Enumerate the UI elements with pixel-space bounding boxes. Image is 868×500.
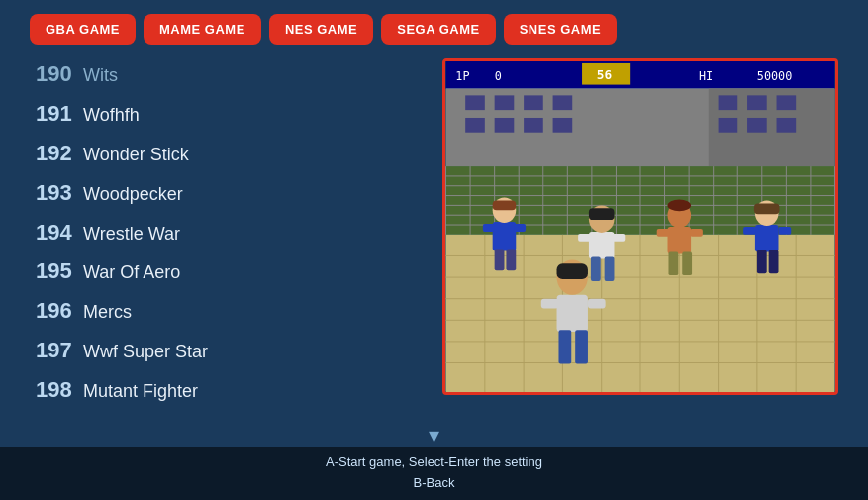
svg-rect-71 <box>493 200 517 210</box>
game-name: Mercs <box>83 299 132 325</box>
svg-rect-98 <box>588 299 606 309</box>
nav-btn-snes-game[interactable]: SNES GAME <box>504 14 618 45</box>
game-list: 190Wits191Wofhfh192Wonder Stick193Woodpe… <box>30 54 423 421</box>
svg-rect-74 <box>591 256 601 281</box>
svg-rect-69 <box>483 224 495 232</box>
game-number: 199 <box>36 414 83 421</box>
svg-text:0: 0 <box>495 69 502 83</box>
svg-rect-83 <box>657 229 670 237</box>
svg-rect-12 <box>524 95 543 110</box>
svg-rect-88 <box>757 250 767 274</box>
svg-rect-65 <box>493 222 517 250</box>
svg-rect-99 <box>557 263 588 279</box>
game-item[interactable]: 190Wits <box>30 54 423 94</box>
main-content: 190Wits191Wofhfh192Wonder Stick193Woodpe… <box>0 54 868 421</box>
game-number: 198 <box>36 374 83 406</box>
svg-text:56: 56 <box>597 67 612 82</box>
svg-rect-97 <box>541 299 559 309</box>
scroll-down-indicator: ▾ <box>0 423 868 449</box>
svg-rect-84 <box>690 229 703 237</box>
game-number: 193 <box>36 177 83 209</box>
svg-rect-82 <box>682 252 692 276</box>
svg-rect-13 <box>553 95 573 110</box>
game-item[interactable]: 198Mutant Fighter <box>30 370 423 410</box>
top-nav: GBA GAMEMAME GAMENES GAMESEGA GAMESNES G… <box>0 0 868 54</box>
nav-btn-gba-game[interactable]: GBA GAME <box>30 14 136 45</box>
svg-rect-22 <box>719 118 738 133</box>
svg-rect-92 <box>754 203 780 214</box>
svg-text:50000: 50000 <box>757 69 792 83</box>
game-name: W Wrestle Fest <box>83 418 205 421</box>
svg-rect-78 <box>589 208 615 220</box>
nav-btn-mame-game[interactable]: MAME GAME <box>144 14 261 45</box>
game-number: 190 <box>36 58 83 90</box>
svg-rect-67 <box>495 250 505 271</box>
svg-rect-14 <box>465 118 485 133</box>
svg-rect-77 <box>613 234 626 242</box>
svg-rect-19 <box>719 95 738 110</box>
game-item[interactable]: 195War Of Aero <box>30 251 423 291</box>
svg-text:HI: HI <box>699 69 713 83</box>
svg-rect-75 <box>605 256 615 281</box>
game-name: Wrestle War <box>83 221 180 247</box>
game-item[interactable]: 196Mercs <box>30 291 423 331</box>
svg-text:1P: 1P <box>455 69 469 83</box>
svg-rect-10 <box>465 95 485 110</box>
svg-rect-93 <box>557 295 588 332</box>
svg-rect-11 <box>495 95 515 110</box>
svg-rect-21 <box>777 95 797 110</box>
svg-rect-95 <box>558 330 571 363</box>
nav-btn-nes-game[interactable]: NES GAME <box>269 14 373 45</box>
nav-btn-sega-game[interactable]: SEGA GAME <box>381 14 495 45</box>
svg-rect-24 <box>777 118 797 133</box>
svg-rect-76 <box>578 234 591 242</box>
svg-rect-17 <box>553 118 573 133</box>
game-item[interactable]: 194Wrestle War <box>30 213 423 252</box>
bottom-bar: A-Start game, Select-Enter the setting B… <box>0 447 868 500</box>
svg-rect-68 <box>506 250 516 271</box>
game-item[interactable]: 199W Wrestle Fest <box>30 410 423 421</box>
svg-rect-96 <box>575 330 588 363</box>
svg-rect-20 <box>747 95 767 110</box>
svg-rect-72 <box>589 232 615 259</box>
svg-rect-16 <box>524 118 543 133</box>
svg-rect-15 <box>495 118 515 133</box>
svg-rect-23 <box>747 118 767 133</box>
game-number: 192 <box>36 138 83 169</box>
svg-rect-79 <box>668 227 692 254</box>
game-item[interactable]: 191Wofhfh <box>30 94 423 134</box>
svg-rect-70 <box>514 224 526 232</box>
svg-rect-89 <box>769 250 779 274</box>
game-number: 194 <box>36 217 83 249</box>
game-item[interactable]: 197Wwf Super Star <box>30 331 423 370</box>
game-name: Wofhfh <box>83 102 140 128</box>
game-number: 197 <box>36 335 83 366</box>
game-name: Mutant Fighter <box>83 378 198 404</box>
game-item[interactable]: 193Woodpecker <box>30 173 423 213</box>
game-name: Wonder Stick <box>83 142 189 167</box>
svg-rect-91 <box>778 227 791 235</box>
game-number: 196 <box>36 295 83 327</box>
game-number: 195 <box>36 255 83 287</box>
game-name: War Of Aero <box>83 259 180 285</box>
game-item[interactable]: 192Wonder Stick <box>30 134 423 173</box>
preview-area: 1P 0 1P HI 50000 56 <box>442 58 838 395</box>
svg-rect-81 <box>668 252 678 276</box>
game-name: Wwf Super Star <box>83 339 208 364</box>
game-name: Wits <box>83 62 118 88</box>
hint-line-1: A-Start game, Select-Enter the setting <box>0 452 868 473</box>
game-name: Woodpecker <box>83 181 183 207</box>
svg-rect-90 <box>743 227 756 235</box>
hint-line-2: B-Back <box>0 473 868 494</box>
game-number: 191 <box>36 98 83 130</box>
svg-rect-86 <box>755 225 779 252</box>
svg-point-85 <box>668 199 692 211</box>
